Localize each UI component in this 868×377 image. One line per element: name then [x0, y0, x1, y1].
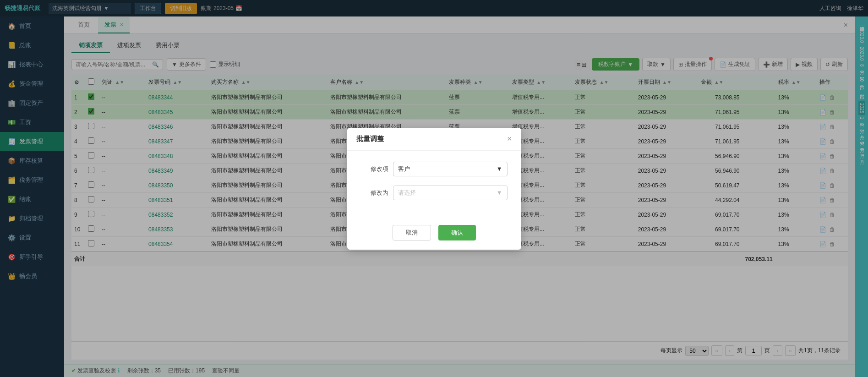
- batch-adjust-modal: 批量调整 × 修改项 客户 ▼ 修改为 请选择 ▼: [347, 128, 521, 250]
- modify-value-label: 修改为: [361, 189, 388, 197]
- modify-field-select[interactable]: 客户 ▼: [393, 162, 508, 176]
- confirm-btn[interactable]: 确认: [438, 225, 476, 240]
- chevron-down-icon: ▼: [497, 165, 502, 172]
- modal-footer: 取消 确认: [347, 220, 521, 250]
- cancel-btn[interactable]: 取消: [393, 225, 431, 240]
- modal-body: 修改项 客户 ▼ 修改为 请选择 ▼: [347, 151, 521, 220]
- modal-close-btn[interactable]: ×: [507, 134, 512, 144]
- modal-header: 批量调整 ×: [347, 128, 521, 151]
- chevron-down-icon: ▼: [497, 189, 502, 196]
- modal-title: 批量调整: [356, 135, 384, 143]
- modify-field-label: 修改项: [361, 165, 388, 173]
- modal-overlay: 批量调整 × 修改项 客户 ▼ 修改为 请选择 ▼: [0, 0, 868, 377]
- modify-value-select[interactable]: 请选择 ▼: [393, 186, 508, 200]
- modify-value-row: 修改为 请选择 ▼: [361, 186, 508, 200]
- modify-field-row: 修改项 客户 ▼: [361, 162, 508, 176]
